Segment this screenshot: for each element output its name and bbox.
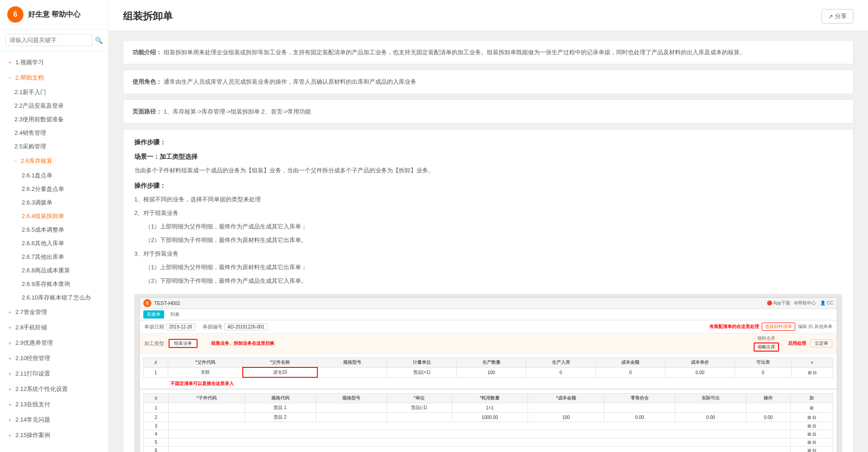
plus-icon-2-14: ＋ bbox=[7, 416, 13, 424]
sidebar-label-2-15: 2.15操作案例 bbox=[15, 431, 50, 439]
minus-icon-2-6: － bbox=[13, 157, 18, 165]
role-label: 使用角色： bbox=[132, 78, 162, 85]
func-intro-label: 功能介绍： bbox=[132, 49, 162, 56]
sidebar-label-2-14: 2.14常见问题 bbox=[15, 416, 50, 424]
plus-icon-2-7: ＋ bbox=[7, 309, 13, 316]
col-avail-out: 可出库 bbox=[735, 358, 791, 368]
search-box: 🔍 bbox=[0, 29, 108, 51]
search-button[interactable]: 🔍 bbox=[95, 37, 103, 44]
sidebar-sub-2-14[interactable]: ＋ 2.14常见问题 bbox=[0, 412, 108, 428]
sidebar-sub-2-6-10[interactable]: 2.6.10库存账本错了怎么办 bbox=[0, 291, 108, 305]
child-row-5: 5⊞ ⊟ bbox=[144, 438, 833, 447]
mock-date-value: 2019-12-26 bbox=[166, 324, 195, 330]
page-title: 组装拆卸单 bbox=[123, 10, 173, 23]
annotation2-text: 组装业务、拆卸业务在这里切换 bbox=[211, 340, 274, 347]
nav-list: ＋ 1.视频学习 － 2.帮助文档 2.1新手入门 2.2产品安装及登录 2.3… bbox=[0, 51, 108, 452]
mock-process-value: 省略出库 bbox=[754, 343, 779, 352]
sidebar-sub-2-6-7[interactable]: 2.6.7其他出库单 bbox=[0, 250, 108, 264]
mock-bom-btn[interactable]: 选择材料清单 bbox=[762, 323, 795, 331]
sidebar-sub-2-15[interactable]: ＋ 2.15操作案例 bbox=[0, 428, 108, 443]
col-actions: + bbox=[791, 358, 833, 368]
sidebar-sub-2-6-8[interactable]: 2.6.8商品成本重算 bbox=[0, 264, 108, 277]
sidebar-label-2-13: 2.13在线支付 bbox=[15, 400, 50, 409]
child-row-1: 1 货品 1 货品(-1) 1+1 bbox=[144, 403, 833, 413]
sidebar-sub-2-8[interactable]: ＋ 2.8手机旺铺 bbox=[0, 320, 108, 335]
annotation4-text: 不固定清单可以直接在这里录入 bbox=[170, 381, 234, 387]
sidebar-sub-2-6-1[interactable]: 2.6.1盘点单 bbox=[0, 169, 108, 182]
share-button[interactable]: ↗ 分享 bbox=[821, 9, 854, 24]
role-text: 通常由生产人员或库管人员完成拆装业务的操作，库管人员确认原材料的出库和产成品的入… bbox=[164, 78, 416, 85]
mock-type-label: 加工类型 bbox=[144, 340, 164, 347]
path-box: 页面路径： 1、库存核算->库存管理->组装拆卸单 2、首页->常用功能 bbox=[123, 100, 854, 124]
col-cost-amt: 成本金额 bbox=[595, 358, 665, 368]
sidebar-sub-2-6-6[interactable]: 2.6.6其他入库单 bbox=[0, 237, 108, 250]
plus-icon-2-12: ＋ bbox=[7, 385, 13, 393]
child-row-2: 2 货品 2 1000.00 100 0.00 0.00 bbox=[144, 413, 833, 422]
site-name: 好生意 帮助中心 bbox=[28, 10, 80, 19]
ops-title: 操作步骤： bbox=[134, 138, 842, 147]
mock-top-btns: 🔴 App下载 ⚙帮助中心 👤 CC bbox=[767, 300, 833, 306]
sidebar: 6 好生意 帮助中心 🔍 ＋ 1.视频学习 － 2.帮助文档 2.1新手入门 2… bbox=[0, 0, 108, 452]
mock-confirm-btn[interactable]: 立定审 bbox=[811, 339, 832, 347]
sidebar-sub-2-11[interactable]: ＋ 2.11打印设置 bbox=[0, 366, 108, 381]
mock-logo: 6 bbox=[143, 299, 151, 307]
mock-tab-active: 新建单 bbox=[143, 310, 164, 319]
sidebar-item-2[interactable]: － 2.帮助文档 bbox=[0, 70, 108, 86]
sidebar-label-2-8: 2.8手机旺铺 bbox=[15, 324, 47, 332]
mock-tab-list: 列表 bbox=[167, 310, 183, 319]
share-icon: ↗ bbox=[828, 13, 833, 20]
col-prod-in: 生产入库 bbox=[526, 358, 596, 368]
mock-app-id: TEST-H002 bbox=[154, 300, 180, 306]
main-content: 组装拆卸单 ↗ 分享 功能介绍： 组装拆卸单用来处理企业组装或拆卸等加工业务，支… bbox=[108, 0, 868, 452]
mock-extra-btns: 编辑 归 其他来单 bbox=[798, 324, 832, 330]
search-input[interactable] bbox=[5, 34, 92, 46]
sidebar-sub-2-2[interactable]: 2.2产品安装及登录 bbox=[0, 99, 108, 113]
sidebar-sub-2-3[interactable]: 2.3使用前数据准备 bbox=[0, 113, 108, 126]
main-header: 组装拆卸单 ↗ 分享 bbox=[108, 0, 868, 31]
sidebar-sub-2-6[interactable]: － 2.6库存核算 bbox=[0, 153, 108, 169]
role-box: 使用角色： 通常由生产人员或库管人员完成拆装业务的操作，库管人员确认原材料的出库… bbox=[123, 70, 854, 94]
mock-type-select[interactable]: 组装业务 bbox=[169, 339, 198, 348]
sidebar-sub-2-6-4[interactable]: 2.6.4组装拆卸单 bbox=[0, 209, 108, 223]
sidebar-label-2-6: 2.6库存核算 bbox=[21, 157, 52, 165]
mock-date-field: 单据日期 2019-12-26 bbox=[144, 324, 195, 330]
sidebar-sub-2-7[interactable]: ＋ 2.7资金管理 bbox=[0, 305, 108, 320]
annotation3-text: 启用处理 bbox=[788, 340, 806, 347]
child-row-4: 4⊞ ⊟ bbox=[144, 430, 833, 438]
mock-order-field: 单据编号 AD-20191226-001 bbox=[203, 324, 268, 330]
func-intro-box: 功能介绍： 组装拆卸单用来处理企业组装或拆卸等加工业务，支持有固定装配清单的产品… bbox=[123, 40, 854, 64]
col-prod-qty: 生产数量 bbox=[457, 358, 526, 368]
mock-process-label: 领料仓库 bbox=[757, 335, 775, 342]
sidebar-sub-2-5[interactable]: 2.5采购管理 bbox=[0, 140, 108, 153]
sidebar-label-2-11: 2.11打印设置 bbox=[15, 370, 50, 378]
sidebar-sub-2-1[interactable]: 2.1新手入门 bbox=[0, 86, 108, 99]
logo: 6 bbox=[7, 6, 24, 23]
sidebar-sub-2-6-9[interactable]: 2.6.9库存账本查询 bbox=[0, 277, 108, 291]
sidebar-sub-2-9[interactable]: ＋ 2.9优惠券管理 bbox=[0, 335, 108, 351]
col-unit: 计量单位 bbox=[387, 358, 457, 368]
sidebar-sub-2-6-5[interactable]: 2.6.5成本调整单 bbox=[0, 223, 108, 237]
child-table-area: # *子件代码 规格代码 规格型号 *单位 *耗用数量 *成本金额 零售价合 实 bbox=[140, 389, 837, 452]
sidebar-sub-2-10[interactable]: ＋ 2.10经营管理 bbox=[0, 351, 108, 366]
func-intro-text: 组装拆卸单用来处理企业组装或拆卸等加工业务，支持有固定装配清单的产品加工业务，也… bbox=[164, 49, 745, 56]
ops-block: 操作步骤： 场景一：加工类型选择 当由多个子件材料组装成一个成品的业务为【组装】… bbox=[123, 129, 854, 452]
sidebar-item-1[interactable]: ＋ 1.视频学习 bbox=[0, 55, 108, 70]
mock-order-label: 单据编号 bbox=[203, 324, 222, 330]
plus-icon: ＋ bbox=[7, 59, 13, 67]
child-row-3: 3⊞ ⊟ bbox=[144, 422, 833, 430]
step1: 1、根据不同的业务，选择不同单据的类型来处理 2、对于组装业务 （1）上部明细为… bbox=[134, 194, 842, 287]
sidebar-sub-2-13[interactable]: ＋ 2.13在线支付 bbox=[0, 397, 108, 412]
sidebar-label-2-10: 2.10经营管理 bbox=[15, 354, 50, 362]
plus-icon-2-15: ＋ bbox=[7, 432, 13, 439]
mock-date-label: 单据日期 bbox=[144, 324, 164, 330]
parent-table: # *父件代码 *父件名称 规格型号 计量单位 生产数量 生产入库 成本金额 成 bbox=[143, 357, 833, 378]
plus-icon-2-13: ＋ bbox=[7, 401, 13, 409]
sidebar-sub-2-12[interactable]: ＋ 2.12系统个性化设置 bbox=[0, 381, 108, 397]
ops-steps-title: 操作步骤： bbox=[134, 182, 842, 190]
sidebar-sub-2-4[interactable]: 2.4销售管理 bbox=[0, 126, 108, 140]
sidebar-sub-2-6-3[interactable]: 2.6.3调拨单 bbox=[0, 196, 108, 209]
plus-icon-2-10: ＋ bbox=[7, 355, 13, 362]
scenario1-title: 场景一：加工类型选择 bbox=[134, 153, 842, 161]
sidebar-sub-2-6-2[interactable]: 2.6.2分量盘点单 bbox=[0, 182, 108, 196]
scenario1-desc: 当由多个子件材料组装成一个成品的业务为【组装】业务，当由一个父件拆分成多个子产品… bbox=[134, 165, 842, 176]
